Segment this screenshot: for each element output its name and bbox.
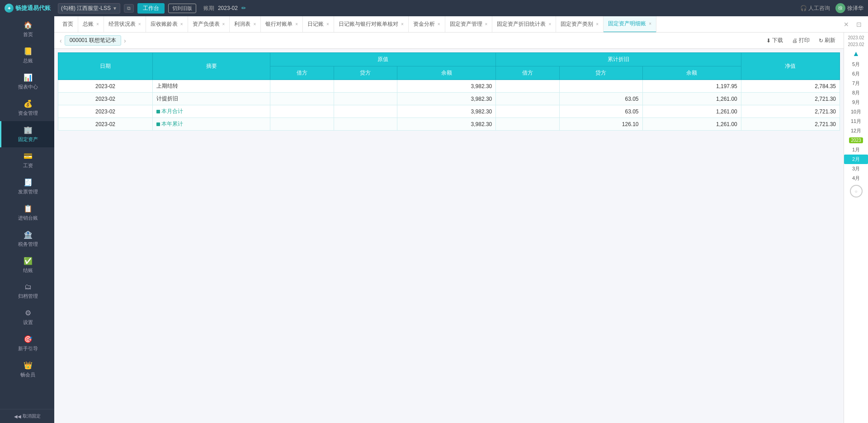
sidebar-item-ledger[interactable]: 📒 总账 xyxy=(0,42,54,69)
tab-profit[interactable]: 利润表 × xyxy=(230,16,261,33)
timeline-month-3[interactable]: 3月 xyxy=(844,164,868,174)
table-row: 2023-02 计提折旧 3,982.30 63.05 1,261.00 2,7… xyxy=(58,93,840,105)
purchase-sales-icon: 📋 xyxy=(24,204,33,213)
timeline-month-1[interactable]: 1月 xyxy=(844,145,868,155)
unpin-label: 取消固定 xyxy=(23,413,41,419)
sidebar-item-reports[interactable]: 📊 报表中心 xyxy=(0,69,54,95)
asset-nav-right: ⬇ 下载 🖨 打印 ↻ 刷新 xyxy=(764,36,838,45)
tab-journal[interactable]: 日记账 × xyxy=(303,16,334,33)
tab-depreciation-stats-close[interactable]: × xyxy=(548,22,551,27)
sidebar-item-purchase-sales[interactable]: 📋 进销台账 xyxy=(0,200,54,226)
timeline-month-6[interactable]: 6月 xyxy=(844,69,868,79)
td-orig-credit xyxy=(334,118,397,131)
sidebar-item-invoice[interactable]: 🧾 发票管理 xyxy=(0,174,54,200)
copy-icon[interactable]: ⧉ xyxy=(124,4,134,13)
company-selector[interactable]: (勾稽) 江西服堂-LSS ▼ xyxy=(58,3,120,14)
app-name: 畅捷通易代账 xyxy=(15,4,51,12)
tab-operations[interactable]: 经营状况表 × xyxy=(104,16,146,33)
tab-fixed-detail[interactable]: 固定资产明细账 × xyxy=(604,16,656,33)
timeline-month-12[interactable]: 12月 xyxy=(844,126,868,136)
settings-icon: ⚙ xyxy=(25,309,31,317)
tab-fixed-category[interactable]: 固定资产类别 × xyxy=(556,16,604,33)
switch-old-button[interactable]: 切到旧版 xyxy=(168,4,196,13)
tab-receivables-close[interactable]: × xyxy=(180,22,183,27)
td-date: 2023-02 xyxy=(58,105,153,118)
sidebar-item-tax[interactable]: 🏦 税务管理 xyxy=(0,226,54,252)
timeline-month-9[interactable]: 9月 xyxy=(844,98,868,107)
td-net-value: 2,784.35 xyxy=(741,80,840,93)
vip-icon: 👑 xyxy=(24,361,33,370)
fixed-assets-icon: 🏢 xyxy=(24,126,33,134)
tab-capital-analysis[interactable]: 资金分析 × xyxy=(409,16,445,33)
tab-balance-label: 资产负债表 xyxy=(193,20,220,28)
unpin-icon: ◀◀ xyxy=(14,414,21,419)
timeline-scroll-up[interactable]: ▲ xyxy=(851,48,862,60)
tab-capital-analysis-close[interactable]: × xyxy=(438,22,440,27)
period-edit-icon[interactable]: ✏ xyxy=(241,5,246,11)
sidebar-item-settings[interactable]: ⚙ 设置 xyxy=(0,304,54,330)
sidebar-label-ledger: 总账 xyxy=(23,57,33,64)
tab-home[interactable]: 首页 xyxy=(58,16,78,33)
tab-profit-close[interactable]: × xyxy=(253,22,256,27)
nav-next-arrow[interactable]: › xyxy=(124,37,126,44)
main-layout: 🏠 首页 📒 总账 📊 报表中心 💰 资金管理 🏢 固定资产 💳 工资 🧾 发票… xyxy=(0,16,868,423)
tab-maximize-button[interactable]: ⊡ xyxy=(854,19,864,30)
td-accum-credit: 63.05 xyxy=(559,93,642,105)
period-label: 账期 xyxy=(203,5,214,12)
support-button[interactable]: 🎧 人工咨询 xyxy=(800,5,830,12)
tab-receivables[interactable]: 应收账龄表 × xyxy=(146,16,188,33)
tab-close-button[interactable]: ✕ xyxy=(841,19,852,30)
tab-operations-label: 经营状况表 xyxy=(108,20,136,28)
tab-home-label: 首页 xyxy=(62,20,73,28)
sidebar-unpin[interactable]: ◀◀ 取消固定 xyxy=(0,409,54,423)
tab-ledger-close[interactable]: × xyxy=(96,22,99,27)
timeline-month-2-current[interactable]: 2月 xyxy=(844,155,868,164)
tab-depreciation-stats[interactable]: 固定资产折旧统计表 × xyxy=(492,16,556,33)
sidebar-label-fixed-assets: 固定资产 xyxy=(18,136,38,143)
tab-bank-statement-close[interactable]: × xyxy=(295,22,298,27)
tab-fixed-detail-label: 固定资产明细账 xyxy=(608,20,646,28)
td-orig-debit xyxy=(270,80,334,93)
refresh-label: 刷新 xyxy=(825,37,835,44)
sidebar-item-guide[interactable]: 🎯 新手引导 xyxy=(0,330,54,357)
tab-bank-statement[interactable]: 银行对账单 × xyxy=(261,16,303,33)
asset-nav-item[interactable]: 000001 联想笔记本 xyxy=(65,35,121,46)
tab-journal-close[interactable]: × xyxy=(326,22,329,27)
user-info[interactable]: 徐 徐泽华 xyxy=(835,3,863,13)
sidebar-item-vip[interactable]: 👑 畅会员 xyxy=(0,357,54,383)
th-accum-debit: 借方 xyxy=(496,66,559,80)
refresh-button[interactable]: ↻ 刷新 xyxy=(816,36,838,45)
timeline-month-5[interactable]: 5月 xyxy=(844,60,868,69)
timeline-month-11[interactable]: 11月 xyxy=(844,117,868,126)
workbench-button[interactable]: 工作台 xyxy=(137,3,165,14)
tabbar: 首页 总账 × 经营状况表 × 应收账龄表 × 资产负债表 × 利润表 × xyxy=(54,16,868,33)
timeline-circle-icon: ○ xyxy=(854,189,857,194)
print-button[interactable]: 🖨 打印 xyxy=(789,36,812,45)
timeline-circle-btn[interactable]: ○ xyxy=(850,185,863,197)
td-orig-debit xyxy=(270,118,334,131)
tab-balance-close[interactable]: × xyxy=(222,22,225,27)
timeline-month-8[interactable]: 8月 xyxy=(844,88,868,98)
timeline-month-7[interactable]: 7月 xyxy=(844,79,868,88)
sidebar-item-salary[interactable]: 💳 工资 xyxy=(0,147,54,174)
tab-operations-close[interactable]: × xyxy=(138,22,141,27)
table-row: 2023-02 上期结转 3,982.30 1,197.95 2,784.35 xyxy=(58,80,840,93)
tab-fixed-mgmt[interactable]: 固定资产管理 × xyxy=(445,16,493,33)
sidebar-item-checkout[interactable]: ✅ 结账 xyxy=(0,252,54,278)
timeline-month-4[interactable]: 4月 xyxy=(844,174,868,183)
sidebar-item-home[interactable]: 🏠 首页 xyxy=(0,16,54,42)
tab-bank-check[interactable]: 日记账与银行对账单核对 × xyxy=(334,16,409,33)
tab-balance[interactable]: 资产负债表 × xyxy=(188,16,230,33)
topbar-right: 🎧 人工咨询 徐 徐泽华 xyxy=(800,3,863,13)
tab-ledger[interactable]: 总账 × xyxy=(78,16,104,33)
timeline-month-10[interactable]: 10月 xyxy=(844,107,868,117)
sidebar-item-capital[interactable]: 💰 资金管理 xyxy=(0,95,54,121)
tab-fixed-mgmt-close[interactable]: × xyxy=(485,22,488,27)
tab-bank-check-close[interactable]: × xyxy=(401,22,404,27)
tab-fixed-detail-close[interactable]: × xyxy=(649,21,651,26)
sidebar-item-archive[interactable]: 🗂 归档管理 xyxy=(0,278,54,304)
sidebar-item-fixed-assets[interactable]: 🏢 固定资产 xyxy=(0,121,54,147)
download-button[interactable]: ⬇ 下载 xyxy=(764,36,786,45)
tab-fixed-category-close[interactable]: × xyxy=(596,22,599,27)
nav-prev-arrow[interactable]: ‹ xyxy=(60,37,62,44)
